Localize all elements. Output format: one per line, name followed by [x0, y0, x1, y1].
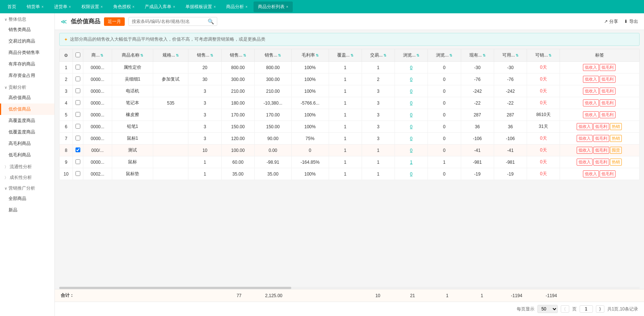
- view-count[interactable]: 0: [395, 121, 428, 133]
- view-count[interactable]: 0: [395, 168, 428, 180]
- nav-close-icon[interactable]: ×: [101, 5, 103, 9]
- sidebar-item-low-value[interactable]: 低价值商品: [0, 103, 54, 115]
- search-icon[interactable]: 🔍: [208, 18, 214, 24]
- code-column-header[interactable]: 商...⇅: [83, 49, 112, 62]
- view-count[interactable]: 0: [395, 145, 428, 156]
- view-count[interactable]: 1: [395, 156, 428, 168]
- view-count[interactable]: 0: [395, 133, 428, 145]
- nav-close-icon[interactable]: ×: [69, 5, 71, 9]
- sidebar-item-high-value[interactable]: 高价值商品: [0, 92, 54, 103]
- row-checkbox[interactable]: [76, 136, 80, 140]
- date-filter-button[interactable]: 近一月: [104, 17, 125, 26]
- margin-column-header[interactable]: 毛利率⇅: [291, 49, 329, 62]
- nav-purchase-order[interactable]: 进货单 ×: [50, 1, 76, 12]
- sidebar-item-stock-fund[interactable]: 库存资金占用: [0, 70, 54, 81]
- row-checkbox-cell[interactable]: [73, 156, 83, 168]
- view-count[interactable]: 0: [395, 85, 428, 97]
- nav-home[interactable]: 首页: [3, 1, 21, 12]
- row-checkbox-cell[interactable]: [73, 74, 83, 85]
- nav-close-icon[interactable]: ×: [214, 5, 216, 9]
- nav-sales-order[interactable]: 销货单 ×: [22, 1, 48, 12]
- sidebar-item-high-margin[interactable]: 高毛利商品: [0, 138, 54, 149]
- nav-product-inbound[interactable]: 产成品入库单 ×: [140, 1, 180, 12]
- view-link[interactable]: 0: [410, 77, 413, 82]
- row-checkbox-cell[interactable]: [73, 121, 83, 133]
- row-checkbox-cell[interactable]: [73, 133, 83, 145]
- row-checkbox[interactable]: [76, 100, 80, 105]
- sidebar-item-low-coverage[interactable]: 低覆盖度商品: [0, 126, 54, 138]
- sidebar-item-low-margin[interactable]: 低毛利商品: [0, 149, 54, 161]
- row-checkbox[interactable]: [76, 112, 80, 117]
- page-size-select[interactable]: 50 100 200: [537, 305, 558, 313]
- sidebar-group-overview[interactable]: ∨ 整体信息: [0, 13, 54, 24]
- view1-column-header[interactable]: 浏览...⇅: [395, 49, 428, 62]
- nav-close-icon[interactable]: ×: [173, 5, 175, 9]
- view-link[interactable]: 0: [410, 101, 413, 106]
- view-link[interactable]: 0: [410, 148, 413, 153]
- next-page-button[interactable]: ⟩: [596, 305, 604, 313]
- nav-close-icon[interactable]: ×: [245, 5, 248, 9]
- sidebar-collapse-button[interactable]: ≪: [61, 18, 67, 25]
- trade-column-header[interactable]: 交易...⇅: [362, 49, 395, 62]
- row-checkbox[interactable]: [76, 124, 80, 129]
- sales1-column-header[interactable]: 销售...⇅: [188, 49, 221, 62]
- stock3-column-header[interactable]: 可销...⇅: [527, 49, 560, 62]
- row-checkbox-cell[interactable]: [73, 97, 83, 109]
- row-checkbox-cell[interactable]: [73, 145, 83, 156]
- sidebar-item-high-coverage[interactable]: 高覆盖度商品: [0, 115, 54, 126]
- view-link[interactable]: 0: [410, 65, 413, 70]
- view-link[interactable]: 0: [410, 124, 413, 129]
- sidebar-item-stocked-products[interactable]: 有库存的商品: [0, 58, 54, 70]
- row-checkbox[interactable]: [76, 171, 80, 176]
- sidebar-item-new-products[interactable]: 新品: [0, 204, 54, 216]
- nav-close-icon[interactable]: ×: [41, 5, 44, 9]
- view-link[interactable]: 0: [410, 171, 413, 177]
- stock2-column-header[interactable]: 可用...⇅: [494, 49, 527, 62]
- view-count[interactable]: 0: [395, 62, 428, 74]
- sidebar-group-marketing[interactable]: ∨ 营销推广分析: [0, 182, 54, 193]
- view-link[interactable]: 0: [410, 112, 413, 118]
- sidebar-item-traded-products[interactable]: 交易过的商品: [0, 35, 54, 47]
- first-page-button[interactable]: ⟨: [561, 305, 569, 313]
- page-number-input[interactable]: [580, 305, 593, 313]
- row-checkbox[interactable]: [76, 147, 80, 152]
- select-all-checkbox[interactable]: [76, 52, 80, 57]
- spec-column-header[interactable]: 规格...⇅: [153, 49, 188, 62]
- sidebar-group-circulation[interactable]: 〉 流通性分析: [0, 161, 54, 171]
- view-count[interactable]: 0: [395, 97, 428, 109]
- row-checkbox[interactable]: [76, 65, 80, 69]
- row-checkbox-cell[interactable]: [73, 62, 83, 74]
- row-checkbox-cell[interactable]: [73, 85, 83, 97]
- sidebar-group-contribution[interactable]: ∨ 贡献分析: [0, 81, 54, 92]
- row-checkbox-cell[interactable]: [73, 109, 83, 121]
- nav-product-analysis-list[interactable]: 商品分析列表 ×: [254, 1, 293, 12]
- view-count[interactable]: 0: [395, 74, 428, 85]
- nav-permission[interactable]: 权限设置 ×: [77, 1, 107, 12]
- stock1-column-header[interactable]: 现有...⇅: [461, 49, 494, 62]
- nav-role-auth[interactable]: 角色授权 ×: [109, 1, 139, 12]
- row-checkbox-cell[interactable]: [73, 168, 83, 180]
- sales3-column-header[interactable]: 销售...⇅: [255, 49, 292, 62]
- view-link[interactable]: 1: [410, 160, 413, 165]
- checkbox-column-header[interactable]: [73, 49, 83, 62]
- sidebar-group-growth[interactable]: 〉 成长性分析: [0, 171, 54, 182]
- nav-template-settings[interactable]: 单据模板设置 ×: [181, 1, 220, 12]
- search-input[interactable]: [132, 19, 205, 24]
- row-checkbox[interactable]: [76, 159, 80, 164]
- sidebar-item-sales-products[interactable]: 销售类商品: [0, 24, 54, 35]
- name-column-header[interactable]: 商品名称⇅: [112, 49, 153, 62]
- nav-product-analysis[interactable]: 商品分析 ×: [222, 1, 252, 12]
- export-button[interactable]: ⬇ 导出: [624, 18, 638, 25]
- view-link[interactable]: 0: [410, 136, 413, 141]
- row-checkbox[interactable]: [76, 88, 80, 93]
- view-count[interactable]: 0: [395, 109, 428, 121]
- settings-column-header[interactable]: ⚙: [60, 49, 73, 62]
- cover-column-header[interactable]: 覆盖...⇅: [329, 49, 362, 62]
- sidebar-item-all-products[interactable]: 全部商品: [0, 193, 54, 204]
- sales2-column-header[interactable]: 销售...⇅: [221, 49, 254, 62]
- row-checkbox[interactable]: [76, 77, 80, 81]
- nav-close-icon[interactable]: ×: [286, 5, 288, 9]
- view2-column-header[interactable]: 浏览...⇅: [428, 49, 461, 62]
- table-container[interactable]: ⚙ 商...⇅ 商品名称⇅ 规格...⇅ 销售...⇅ 销售...⇅ 销售...…: [55, 49, 644, 287]
- sidebar-item-category-sales-rate[interactable]: 商品分类销售率: [0, 47, 54, 58]
